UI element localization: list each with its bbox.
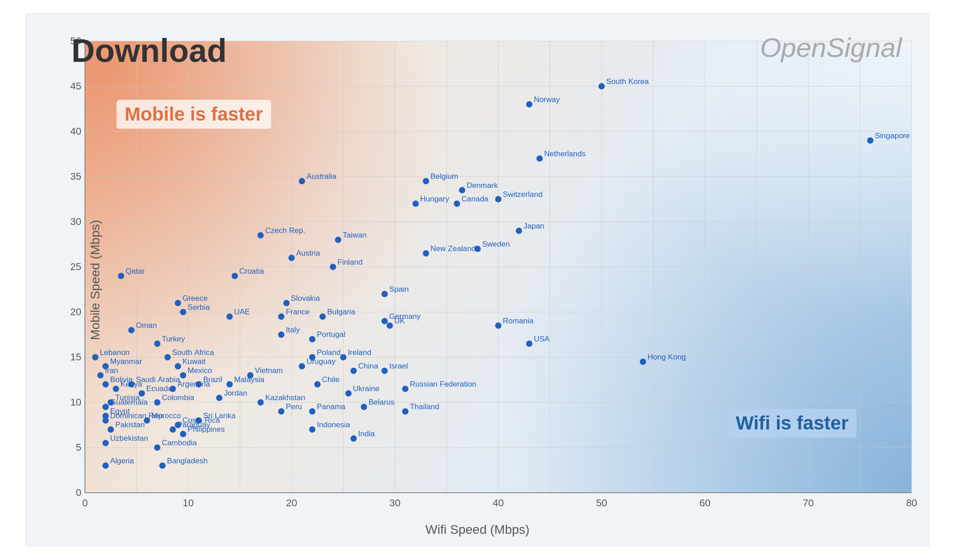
- x-axis-label: Wifi Speed (Mbps): [426, 523, 529, 537]
- dot-canvas: [26, 14, 930, 547]
- wifi-faster-label: Wifi is faster: [728, 409, 857, 438]
- y-axis-label: Mobile Speed (Mbps): [88, 220, 103, 340]
- brand-label: OpenSignal: [760, 32, 902, 63]
- mobile-faster-label: Mobile is faster: [117, 100, 271, 129]
- chart-title: Download: [71, 32, 227, 69]
- chart-container: Download OpenSignal Mobile is faster Wif…: [26, 14, 929, 546]
